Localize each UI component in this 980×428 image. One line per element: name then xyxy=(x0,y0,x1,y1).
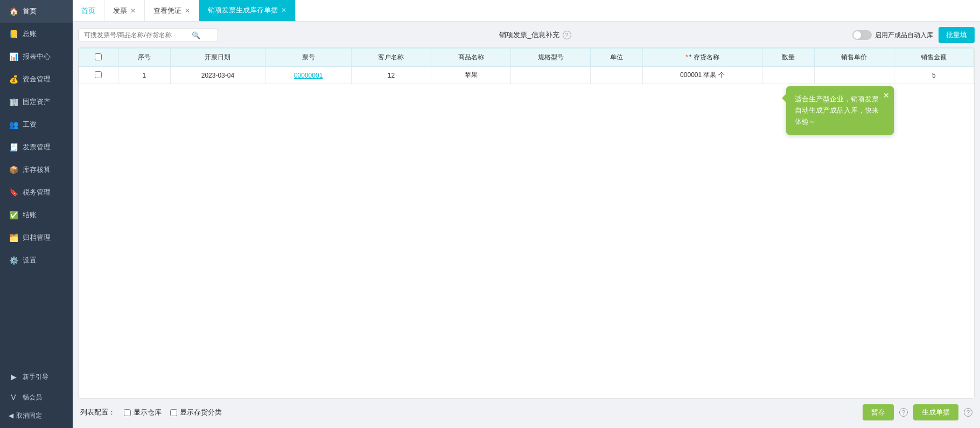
sidebar-item-label: 首页 xyxy=(23,6,37,16)
footer: 列表配置： 显示仓库 显示存货分类 暂存 ? 生成单据 ? xyxy=(78,399,975,423)
toggle-knob xyxy=(853,31,861,39)
sidebar-item-funds[interactable]: 💰 资金管理 xyxy=(0,68,73,91)
help-icon-save[interactable]: ? xyxy=(899,408,908,417)
search-box[interactable]: 🔍 xyxy=(78,29,218,42)
th-quantity: 数量 xyxy=(762,49,815,67)
sidebar-item-settings[interactable]: ⚙️ 设置 xyxy=(0,249,73,272)
tab-bar: 首页 发票 ✕ 查看凭证 ✕ 销项发票生成库存单据 ✕ xyxy=(73,0,980,22)
help-icon-generate[interactable]: ? xyxy=(964,408,972,417)
sidebar-item-label: 结账 xyxy=(23,210,37,220)
tab-sales-inventory[interactable]: 销项发票生成库存单据 ✕ xyxy=(199,0,296,21)
show-category-checkbox-label[interactable]: 显示存货分类 xyxy=(170,408,222,417)
generate-button[interactable]: 生成单据 xyxy=(913,404,958,420)
td-amount: 5 xyxy=(894,67,974,84)
search-input[interactable] xyxy=(84,31,192,39)
home-icon: 🏠 xyxy=(9,6,18,16)
show-warehouse-label: 显示仓库 xyxy=(134,408,162,417)
batch-fill-button[interactable]: 批量填 xyxy=(939,27,975,43)
funds-icon: 💰 xyxy=(9,74,18,84)
main-relative: 🔍 销项发票_信息补充 ? 启用产成品自动入库 批量填 xyxy=(73,22,980,428)
tooltip-close-icon[interactable]: ✕ xyxy=(883,89,890,101)
th-seq: 序号 xyxy=(118,49,170,67)
sidebar-item-vip[interactable]: V 畅会员 xyxy=(0,387,73,408)
bottom-bar: ◀ 取消固定 xyxy=(0,408,73,424)
tab-close-icon[interactable]: ✕ xyxy=(185,7,190,15)
inventory-icon: 📦 xyxy=(9,165,18,175)
sidebar-item-label: 设置 xyxy=(23,256,37,265)
main-table: 序号 开票日期 票号 客户名称 商品名称 规格型号 单位 ** 存货名称 数量 … xyxy=(79,48,974,84)
footer-right: 暂存 ? 生成单据 ? xyxy=(863,404,972,420)
show-warehouse-checkbox[interactable] xyxy=(124,409,131,416)
sidebar-bottom: ▶ 新手引导 V 畅会员 ◀ 取消固定 xyxy=(0,362,73,428)
sidebar-item-reports[interactable]: 📊 报表中心 xyxy=(0,45,73,68)
tab-home[interactable]: 首页 xyxy=(73,0,104,21)
sidebar-item-payroll[interactable]: 👥 工资 xyxy=(0,113,73,136)
sidebar-item-label: 归档管理 xyxy=(23,233,51,243)
sidebar-item-label: 发票管理 xyxy=(23,142,51,152)
main-area: 首页 发票 ✕ 查看凭证 ✕ 销项发票生成库存单据 ✕ 🔍 销项发票_信息补充 xyxy=(73,0,980,428)
th-inventory: ** 存货名称 xyxy=(642,49,762,67)
toggle-label: 启用产成品自动入库 xyxy=(875,31,933,40)
tab-label: 查看凭证 xyxy=(153,6,181,16)
arrow-icon: ◀ xyxy=(9,412,13,419)
settings-icon: ⚙️ xyxy=(9,256,18,265)
tab-voucher[interactable]: 查看凭证 ✕ xyxy=(145,0,199,21)
guide-icon: ▶ xyxy=(9,372,18,382)
td-checkbox xyxy=(79,67,118,84)
help-icon-center[interactable]: ? xyxy=(563,31,571,39)
sidebar-item-label: 固定资产 xyxy=(23,97,51,107)
sidebar-item-label: 报表中心 xyxy=(23,52,51,61)
tab-invoice[interactable]: 发票 ✕ xyxy=(104,0,145,21)
td-date: 2023-03-04 xyxy=(170,67,265,84)
toolbar-right: 启用产成品自动入库 批量填 xyxy=(852,27,975,43)
td-customer: 12 xyxy=(351,67,431,84)
td-unit-price xyxy=(814,67,894,84)
tooltip-text: 适合生产型企业，销项发票自动生成产成品入库，快来体验～ xyxy=(795,95,879,126)
footer-left: 列表配置： 显示仓库 显示存货分类 xyxy=(80,408,222,417)
center-label: 销项发票_信息补充 xyxy=(499,30,559,40)
sidebar: 🏠 首页 📒 总账 📊 报表中心 💰 资金管理 🏢 固定资产 👥 工资 🧾 发票… xyxy=(0,0,73,428)
invoices-icon: 🧾 xyxy=(9,142,18,152)
sidebar-item-label: 工资 xyxy=(23,120,37,129)
select-all-checkbox[interactable] xyxy=(95,53,102,60)
assets-icon: 🏢 xyxy=(9,97,18,107)
closing-icon: ✅ xyxy=(9,210,18,220)
sidebar-item-home[interactable]: 🏠 首页 xyxy=(0,0,73,23)
td-inventory[interactable]: 000001 苹果 个 xyxy=(642,67,762,84)
auto-warehouse-toggle[interactable] xyxy=(852,30,872,40)
sidebar-item-inventory[interactable]: 📦 库存核算 xyxy=(0,158,73,181)
sidebar-item-ledger[interactable]: 📒 总账 xyxy=(0,23,73,45)
th-ticket-no: 票号 xyxy=(265,49,352,67)
th-amount: 销售金额 xyxy=(894,49,974,67)
td-ticket-no[interactable]: 00000001 xyxy=(265,67,352,84)
invoice-link[interactable]: 00000001 xyxy=(294,72,323,79)
tax-icon: 🔖 xyxy=(9,188,18,197)
unpin-button[interactable]: ◀ 取消固定 xyxy=(9,411,42,420)
config-label: 列表配置： xyxy=(80,408,115,417)
toggle-wrapper: 启用产成品自动入库 xyxy=(852,30,933,40)
toolbar-center: 销项发票_信息补充 ? xyxy=(499,30,571,40)
show-category-checkbox[interactable] xyxy=(170,409,177,416)
tab-close-icon[interactable]: ✕ xyxy=(130,7,136,15)
th-date: 开票日期 xyxy=(170,49,265,67)
sidebar-item-invoices[interactable]: 🧾 发票管理 xyxy=(0,136,73,158)
sidebar-item-assets[interactable]: 🏢 固定资产 xyxy=(0,91,73,113)
page-content: 🔍 销项发票_信息补充 ? 启用产成品自动入库 批量填 xyxy=(73,22,980,428)
th-checkbox xyxy=(79,49,118,67)
row-checkbox[interactable] xyxy=(95,71,102,78)
show-warehouse-checkbox-label[interactable]: 显示仓库 xyxy=(124,408,162,417)
sidebar-bottom-label: 新手引导 xyxy=(23,372,48,382)
td-unit xyxy=(591,67,643,84)
th-spec: 规格型号 xyxy=(511,49,591,67)
sidebar-item-guide[interactable]: ▶ 新手引导 xyxy=(0,367,73,387)
tab-label: 销项发票生成库存单据 xyxy=(208,5,278,15)
sidebar-item-archive[interactable]: 🗂️ 归档管理 xyxy=(0,226,73,249)
sidebar-item-label: 库存核算 xyxy=(23,165,51,175)
sidebar-item-tax[interactable]: 🔖 税务管理 xyxy=(0,181,73,204)
tab-close-icon[interactable]: ✕ xyxy=(281,6,286,14)
td-spec xyxy=(511,67,591,84)
save-button[interactable]: 暂存 xyxy=(863,404,894,420)
th-unit-price: 销售单价 xyxy=(814,49,894,67)
sidebar-item-closing[interactable]: ✅ 结账 xyxy=(0,204,73,226)
sidebar-item-label: 资金管理 xyxy=(23,74,51,84)
